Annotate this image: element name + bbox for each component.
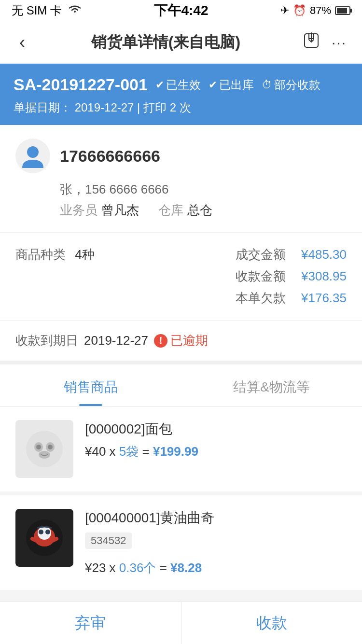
amount-value-0: ¥485.30 — [301, 247, 347, 262]
product-item-0: [0000002]面包 ¥40 x 5袋 = ¥199.99 — [0, 406, 362, 491]
time-text: 下午4:42 — [154, 1, 208, 20]
nav-actions: ··· — [303, 32, 347, 53]
customer-id: 17666666666 — [60, 147, 160, 166]
owl-icon — [25, 430, 64, 468]
location-icon: ✈ — [280, 4, 289, 17]
tabs-section: 销售商品 结算&物流等 — [0, 364, 362, 406]
amount-row-0: 成交金额 ¥485.30 — [236, 246, 347, 263]
page-title: 销货单详情(来自电脑) — [91, 32, 240, 53]
status-badges: ✔ 已生效 ✔ 已出库 ⏱ 部分收款 — [155, 77, 320, 93]
abandon-review-button[interactable]: 弃审 — [0, 602, 181, 644]
category-value: 4种 — [75, 247, 94, 262]
status-bar: 无 SIM 卡 下午4:42 ✈ ⏰ 87% — [0, 0, 362, 21]
product-info-0: [0000002]面包 ¥40 x 5袋 = ¥199.99 — [85, 420, 347, 460]
amount-value-2: ¥176.35 — [301, 291, 347, 306]
product-name-1: [000400001]黄油曲奇 — [85, 509, 347, 527]
due-section: 收款到期日 2019-12-27 ! 已逾期 — [0, 321, 362, 364]
status-right: ✈ ⏰ 87% — [280, 4, 350, 17]
product-list: [0000002]面包 ¥40 x 5袋 = ¥199.99 — [0, 406, 362, 590]
status-badge-shipped: ✔ 已出库 — [209, 77, 254, 93]
product-price-1: ¥23 x — [85, 560, 119, 575]
nav-bar: ‹ 销货单详情(来自电脑) ··· — [0, 21, 362, 64]
product-qty-1: 0.36个 — [119, 560, 156, 575]
summary-section: 商品种类 4种 成交金额 ¥485.30 收款金额 ¥308.95 本单欠款 ¥… — [0, 233, 362, 321]
staff-item: 业务员 曾凡杰 — [60, 202, 139, 219]
customer-section: 17666666666 张，156 6666 6666 业务员 曾凡杰 仓库 总… — [0, 125, 362, 233]
warehouse-item: 仓库 总仓 — [158, 202, 212, 219]
order-number: SA-20191227-001 — [14, 75, 148, 94]
customer-staff-row: 业务员 曾凡杰 仓库 总仓 — [60, 202, 347, 219]
product-price-row-0: ¥40 x 5袋 = ¥199.99 — [85, 443, 347, 460]
staff-name: 曾凡杰 — [101, 202, 139, 219]
summary-left: 商品种类 4种 — [15, 246, 95, 263]
product-total-0: ¥199.99 — [153, 444, 198, 459]
alarm-icon: ⏰ — [293, 4, 306, 17]
more-icon[interactable]: ··· — [332, 34, 347, 51]
product-thumb-1 — [15, 509, 73, 567]
tabs-row: 销售商品 结算&物流等 — [0, 364, 362, 406]
svg-point-12 — [45, 530, 50, 534]
status-badge-partial: ⏱ 部分收款 — [262, 77, 320, 93]
check-icon-2: ✔ — [209, 79, 217, 91]
overdue-badge: ! 已逾期 — [154, 332, 208, 349]
clock-icon: ⏱ — [262, 79, 272, 91]
product-item-1: [000400001]黄油曲奇 534532 ¥23 x 0.36个 = ¥8.… — [0, 495, 362, 590]
amount-row-1: 收款金额 ¥308.95 — [236, 268, 347, 285]
collect-payment-button[interactable]: 收款 — [181, 602, 362, 644]
product-price-0: ¥40 x — [85, 444, 119, 459]
svg-point-11 — [39, 530, 43, 534]
status-badge-effective: ✔ 已生效 — [155, 77, 201, 93]
summary-right: 成交金额 ¥485.30 收款金额 ¥308.95 本单欠款 ¥176.35 — [236, 246, 347, 307]
svg-point-5 — [36, 445, 41, 449]
carrier-text: 无 SIM 卡 — [12, 3, 62, 18]
battery-icon — [335, 6, 350, 15]
overdue-text: 已逾期 — [170, 332, 208, 349]
customer-row: 17666666666 — [15, 139, 347, 173]
back-button[interactable]: ‹ — [15, 28, 29, 56]
product-info-1: [000400001]黄油曲奇 534532 ¥23 x 0.36个 = ¥8.… — [85, 509, 347, 576]
thumb-placeholder-1 — [15, 509, 73, 567]
customer-phone: 张，156 6666 6666 — [60, 181, 347, 198]
staff-label: 业务员 — [60, 202, 97, 219]
amount-label-1: 收款金额 — [236, 268, 286, 285]
tab-settlement[interactable]: 结算&物流等 — [181, 364, 362, 406]
banner-top: SA-20191227-001 ✔ 已生效 ✔ 已出库 ⏱ 部分收款 — [14, 75, 348, 94]
product-name-0: [0000002]面包 — [85, 420, 347, 438]
product-equals-0: = — [142, 444, 153, 459]
svg-point-7 — [39, 451, 50, 459]
share-icon[interactable] — [303, 32, 320, 53]
product-total-1: ¥8.28 — [170, 560, 202, 575]
bottom-bar: 弃审 收款 — [0, 602, 362, 644]
product-equals-1: = — [160, 560, 170, 575]
product-batch-1: 534532 — [85, 532, 132, 549]
tab-sales-products[interactable]: 销售商品 — [0, 364, 181, 406]
product-price-row-1: ¥23 x 0.36个 = ¥8.28 — [85, 560, 347, 576]
product-thumb-0 — [15, 420, 73, 478]
amount-label-0: 成交金额 — [236, 246, 286, 263]
wifi-icon — [68, 4, 82, 17]
status-left: 无 SIM 卡 — [12, 3, 82, 18]
overdue-icon: ! — [154, 334, 167, 348]
battery-percent: 87% — [310, 4, 331, 17]
thumb-placeholder-0 — [15, 420, 73, 478]
svg-point-1 — [27, 146, 39, 158]
avatar-icon — [18, 141, 47, 170]
warehouse-label: 仓库 — [158, 202, 183, 219]
check-icon-1: ✔ — [155, 79, 164, 91]
header-banner: SA-20191227-001 ✔ 已生效 ✔ 已出库 ⏱ 部分收款 单据日期：… — [0, 64, 362, 125]
category-label: 商品种类 — [15, 247, 66, 262]
amount-label-2: 本单欠款 — [236, 290, 286, 307]
avatar — [15, 139, 50, 173]
product-qty-0: 5袋 — [119, 444, 139, 459]
ninja-icon — [25, 518, 64, 557]
tab-underline — [79, 404, 102, 406]
due-label: 收款到期日 — [15, 332, 78, 349]
amount-row-2: 本单欠款 ¥176.35 — [236, 290, 347, 307]
svg-point-2 — [26, 431, 63, 467]
svg-point-6 — [48, 445, 53, 449]
banner-date: 单据日期： 2019-12-27 | 打印 2 次 — [14, 100, 348, 115]
amount-value-1: ¥308.95 — [301, 269, 347, 284]
warehouse-name: 总仓 — [187, 202, 212, 219]
due-date: 2019-12-27 — [84, 333, 148, 348]
